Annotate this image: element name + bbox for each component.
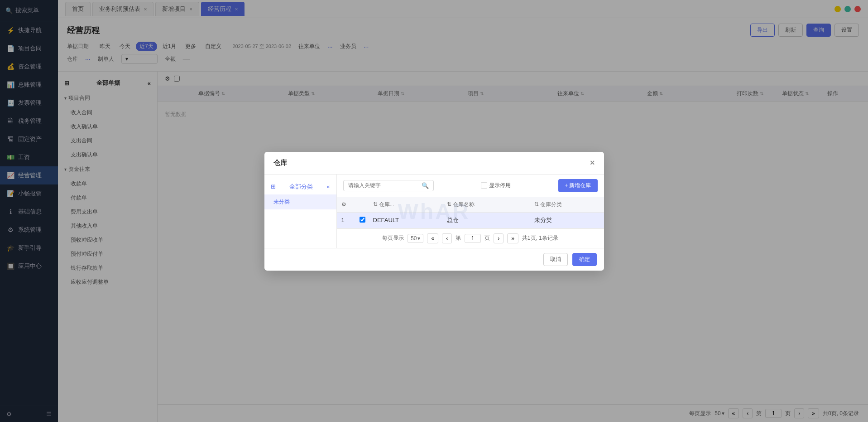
modal-next-page-btn[interactable]: › — [494, 233, 504, 243]
modal-sidebar: ⊞ 全部分类 « 未分类 — [264, 175, 337, 248]
modal-table-row[interactable]: 1 DEFAULT 总仓 未分类 — [337, 213, 604, 228]
modal-row-category: 未分类 — [530, 213, 604, 228]
modal-sidebar-item-unclassified[interactable]: 未分类 — [264, 194, 336, 209]
modal-search-icon: 🔍 — [422, 182, 429, 189]
modal-main: 🔍 显示停用 + 新增仓库 ⚙ ⇅ 仓库... ⇅ — [337, 175, 604, 248]
modal-total-records: 共1页, 1条记录 — [522, 234, 558, 242]
modal-header: 仓库 × — [264, 152, 604, 175]
modal-row-code: DEFAULT — [369, 213, 443, 227]
modal-page-prefix: 第 — [456, 234, 461, 242]
modal-prev-page-btn[interactable]: ‹ — [442, 233, 452, 243]
modal-toolbar: 🔍 显示停用 + 新增仓库 — [337, 175, 604, 197]
modal-body: ⊞ 全部分类 « 未分类 🔍 显示停用 — [264, 175, 604, 248]
modal-close-btn[interactable]: × — [590, 158, 595, 168]
modal-overlay: WhAR 仓库 × ⊞ 全部分类 « 未分类 — [0, 0, 868, 422]
modal-current-page-input[interactable] — [465, 234, 481, 243]
show-disabled-checkbox[interactable] — [481, 182, 487, 189]
all-category-label: 全部分类 — [289, 183, 313, 191]
modal-search-input[interactable] — [348, 182, 419, 189]
add-warehouse-btn[interactable]: + 新增仓库 — [558, 179, 597, 192]
show-disabled-label: 显示停用 — [489, 182, 511, 189]
show-disabled-toggle[interactable]: 显示停用 — [481, 182, 511, 189]
modal-last-page-btn[interactable]: » — [507, 233, 518, 243]
modal-sidebar-header[interactable]: ⊞ 全部分类 « — [264, 179, 336, 194]
modal-row-index: 1 — [337, 213, 355, 227]
modal-cancel-btn[interactable]: 取消 — [543, 253, 568, 266]
modal-table-body: 1 DEFAULT 总仓 未分类 — [337, 213, 604, 228]
modal-search-box[interactable]: 🔍 — [343, 180, 434, 191]
modal-footer-actions: 取消 确定 — [264, 248, 604, 271]
modal-sidebar-scroll: 未分类 — [264, 194, 336, 243]
modal-th-code: ⇅ 仓库... — [369, 197, 443, 212]
modal-th-category: ⇅ 仓库分类 — [530, 197, 604, 212]
modal-pagination: 每页显示 50 ▾ « ‹ 第 页 › » 共1页, 1条记录 — [337, 228, 604, 248]
modal-th-checkbox — [355, 197, 369, 212]
modal-table-header: ⚙ ⇅ 仓库... ⇅ 仓库名称 ⇅ 仓库分类 — [337, 197, 604, 213]
modal-row-name: 总仓 — [442, 213, 530, 228]
modal-per-page-label: 每页显示 — [382, 234, 404, 242]
modal-confirm-btn[interactable]: 确定 — [572, 253, 597, 266]
modal-title: 仓库 — [273, 159, 287, 167]
warehouse-modal: 仓库 × ⊞ 全部分类 « 未分类 — [264, 152, 604, 271]
all-category-icon: ⊞ — [271, 183, 276, 190]
modal-per-page-select[interactable]: 50 ▾ — [408, 234, 423, 243]
modal-th-settings[interactable]: ⚙ — [337, 197, 355, 212]
modal-row-checkbox[interactable] — [355, 213, 369, 228]
modal-page-suffix: 页 — [484, 234, 490, 242]
modal-th-name: ⇅ 仓库名称 — [442, 197, 530, 212]
modal-collapse-icon[interactable]: « — [326, 183, 330, 190]
modal-first-page-btn[interactable]: « — [427, 233, 438, 243]
